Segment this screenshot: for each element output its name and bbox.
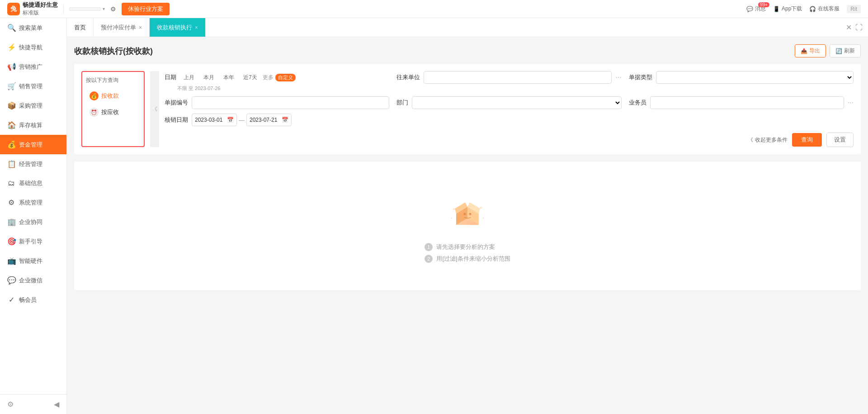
industry-solution-button[interactable]: 休验行业方案 [122, 3, 170, 15]
tab-prepay-close-icon[interactable]: × [139, 24, 142, 31]
filter-bill-no-input[interactable] [192, 96, 389, 109]
search-area[interactable]: ▾ [69, 6, 105, 11]
member-icon: ✓ [7, 295, 15, 304]
tab-receipt-verify-label: 收款核销执行 [157, 24, 192, 32]
filter-row-1: 日期 上月 本月 本年 近7天 更多 自定义 [165, 71, 854, 84]
sidebar-label-quick-nav: 快捷导航 [19, 43, 42, 52]
warehouse-icon: 🏠 [7, 121, 15, 129]
empty-tip-1: 1 请先选择要分析的方案 [425, 243, 510, 251]
finance-icon: 💰 [7, 140, 15, 149]
sidebar-item-sales[interactable]: 🛒 销售管理 [0, 76, 66, 96]
filter-dept-select[interactable] [412, 96, 621, 109]
sidebar-settings-icon[interactable]: ⚙ [7, 400, 14, 409]
filter-option-by-receipt[interactable]: 💰 按收款 [86, 89, 140, 103]
svg-point-7 [453, 208, 455, 210]
filter-staff-input[interactable] [650, 96, 844, 109]
headset-icon: 🎧 [809, 6, 816, 12]
collapse-more-button[interactable]: 《 收起更多条件 [748, 136, 788, 144]
sidebar-label-inventory: 库存核算 [19, 121, 42, 129]
sidebar-item-wechat[interactable]: 💬 企业微信 [0, 271, 66, 290]
tab-receipt-verify-close-icon[interactable]: × [195, 24, 198, 31]
user-name[interactable]: Rit [847, 5, 861, 13]
filter-collapse-handle[interactable]: 《 [150, 71, 159, 147]
sidebar-item-quick-nav[interactable]: ⚡ 快捷导航 [0, 38, 66, 57]
page-header: 收款核销执行(按收款) 📤 导出 🔄 刷新 [74, 44, 861, 57]
message-badge: 99+ [758, 2, 769, 7]
sidebar-item-sys-mgmt[interactable]: ⚙ 系统管理 [0, 193, 66, 212]
date-separator: — [239, 117, 245, 124]
verify-date-end-input[interactable]: 2023-07-21 📅 [246, 114, 292, 126]
refresh-icon: 🔄 [835, 48, 842, 54]
sidebar-item-enterprise[interactable]: 🏢 企业协同 [0, 212, 66, 232]
filter-verify-date-field: 核销日期 2023-03-01 📅 — 2023-07-21 📅 [165, 114, 389, 126]
gear-icon: ⚙ [7, 198, 15, 207]
verify-date-start-input[interactable]: 2023-03-01 📅 [192, 114, 237, 126]
sidebar-item-search-menu[interactable]: 🔍 搜索菜单 [0, 18, 66, 38]
sidebar-item-finance[interactable]: 💰 资金管理 [0, 135, 66, 154]
tab-receipt-verify[interactable]: 收款核销执行 × [150, 18, 206, 37]
sidebar-item-purchase[interactable]: 📦 采购管理 [0, 96, 66, 115]
sidebar-label-finance: 资金管理 [19, 141, 42, 149]
topbar-divider-1 [63, 5, 64, 14]
app-download-button[interactable]: 📱 App下载 [773, 5, 802, 13]
date-hint-area: 不限 至 2023-07-26 [177, 85, 854, 92]
tab-prepay[interactable]: 预付冲应付单 × [94, 18, 150, 37]
content-area: 首页 预付冲应付单 × 收款核销执行 × ✕ ⛶ 收款核销执行(按收款) [67, 18, 868, 414]
wechat-icon: 💬 [7, 276, 15, 285]
filter-option-by-receivable[interactable]: ⏰ 按应收 [86, 105, 140, 119]
date-btn-this-year[interactable]: 本年 [220, 73, 238, 82]
clipboard-icon: 📋 [7, 160, 15, 168]
brand-edition: 标准版 [23, 9, 58, 17]
filter-bill-type-select[interactable] [656, 71, 854, 84]
settings-icon[interactable]: ⚙ [110, 5, 116, 13]
sidebar-label-sys-mgmt: 系统管理 [19, 199, 42, 207]
sidebar-item-base-info[interactable]: 🗂 基础信息 [0, 174, 66, 193]
sidebar-item-member[interactable]: ✓ 畅会员 [0, 290, 66, 309]
date-btn-this-month[interactable]: 本月 [200, 73, 218, 82]
export-button[interactable]: 📤 导出 [795, 44, 826, 57]
message-icon: 💬 [746, 6, 753, 12]
brand-name: 畅捷通好生意 [23, 1, 58, 9]
calendar-end-icon: 📅 [282, 117, 288, 123]
date-custom-badge[interactable]: 自定义 [275, 74, 296, 81]
filter-partner-input[interactable] [424, 71, 612, 84]
tab-actions: ✕ ⛶ [840, 23, 868, 32]
filter-settings-button[interactable]: 设置 [826, 133, 854, 147]
megaphone-icon: 📢 [7, 62, 15, 71]
sidebar-item-newbie[interactable]: 🎯 新手引导 [0, 232, 66, 251]
sidebar-item-hardware[interactable]: 📺 智能硬件 [0, 251, 66, 271]
date-btn-7days[interactable]: 近7天 [240, 73, 261, 82]
tab-expand-icon[interactable]: ⛶ [855, 24, 863, 32]
filter-bill-type-field: 单据类型 [629, 71, 854, 84]
refresh-button[interactable]: 🔄 刷新 [830, 44, 861, 57]
tab-home-label: 首页 [74, 24, 86, 32]
filter-row-3: 核销日期 2023-03-01 📅 — 2023-07-21 📅 [165, 114, 854, 126]
sidebar: 🔍 搜索菜单 ⚡ 快捷导航 📢 营销推广 🛒 销售管理 📦 采购管理 🏠 库存核… [0, 18, 67, 414]
svg-point-5 [464, 213, 466, 215]
calendar-start-icon: 📅 [227, 117, 234, 123]
tab-home[interactable]: 首页 [67, 18, 94, 37]
date-btn-last-month[interactable]: 上月 [180, 73, 198, 82]
export-label: 导出 [809, 47, 820, 55]
empty-tip-1-number: 1 [425, 243, 433, 251]
sidebar-label-hardware: 智能硬件 [19, 257, 42, 265]
empty-tip-2: 2 用[过滤]条件来缩小分析范围 [425, 255, 510, 263]
sidebar-item-inventory[interactable]: 🏠 库存核算 [0, 115, 66, 135]
sidebar-item-biz-mgmt[interactable]: 📋 经营管理 [0, 154, 66, 174]
online-service-button[interactable]: 🎧 在线客服 [809, 5, 840, 13]
page-actions: 📤 导出 🔄 刷新 [795, 44, 861, 57]
filter-type-sidebar: 按以下方查询 💰 按收款 ⏰ 按应收 [81, 71, 145, 147]
filter-partner-dots[interactable]: ··· [615, 73, 621, 81]
filter-date-label: 日期 [165, 73, 176, 81]
sidebar-item-marketing[interactable]: 📢 营销推广 [0, 57, 66, 76]
sidebar-collapse-icon[interactable]: ◀ [54, 400, 59, 409]
query-button[interactable]: 查询 [792, 133, 822, 147]
filter-option-receipt-label: 按收款 [101, 92, 119, 100]
box-icon: 📦 [7, 101, 15, 110]
tab-close-action-icon[interactable]: ✕ [846, 23, 852, 32]
filter-staff-dots[interactable]: ··· [848, 99, 854, 107]
page-title: 收款核销执行(按收款) [74, 46, 153, 57]
message-button[interactable]: 💬 消息 99+ [746, 5, 766, 13]
empty-state-illustration [445, 189, 490, 234]
date-more-text[interactable]: 更多 [263, 74, 274, 81]
